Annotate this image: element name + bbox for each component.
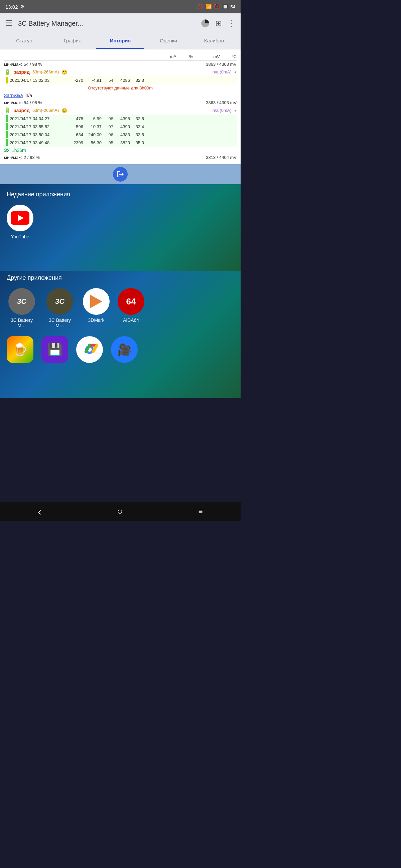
app-item-aida64[interactable]: 64 AIDA64 [118, 288, 144, 328]
section2-minmax: мин/макс 54 / 98 % 3863 / 4303 mV [4, 99, 237, 106]
app-item-youtube[interactable]: YouTube [7, 205, 33, 239]
bar-green-4 [6, 131, 8, 138]
exit-button-container [0, 164, 240, 184]
zu-time: 1h36m [12, 148, 26, 153]
discharge-right-1: n/a (0mA) [212, 69, 232, 74]
val-bat-4: 96 [102, 132, 113, 137]
3cbattery1-label: 3C Battery M… [7, 317, 37, 328]
battery-discharge-icon-2: 🔋 [4, 107, 11, 114]
val-ma-2: 478 [66, 116, 83, 121]
datetime-5: 2021/04/17 03:49:48 [10, 140, 66, 145]
missing-data-notice: Отсутствуют данные для 8h00m [4, 84, 237, 92]
load-value: n/a [26, 93, 32, 98]
exit-app-button[interactable] [113, 167, 127, 182]
app-item-cpu[interactable]: 💾 [41, 336, 68, 366]
tab-history[interactable]: История [96, 33, 144, 49]
signal-icon: 📵 [214, 4, 220, 10]
val-bat-3: 97 [102, 124, 113, 129]
header-mv: mV [193, 54, 220, 59]
val-mv-4: 4383 [113, 132, 130, 137]
menu-icon[interactable]: ☰ [5, 19, 13, 28]
app-title: 3C Battery Manager... [18, 20, 195, 27]
app-bar: ☰ 3C Battery Manager... ⊞ ⋮ [0, 13, 240, 33]
app-item-3dmark[interactable]: 3DMark [83, 288, 110, 328]
val-ma-4: 634 [66, 132, 83, 137]
val-ma-5: 2399 [66, 140, 83, 145]
datetime-2: 2021/04/17 04:04:27 [10, 116, 66, 121]
chrome-svg [81, 341, 98, 358]
val-c-5: 35.0 [130, 140, 144, 145]
zu-row: ЗУ 1h36m [4, 147, 237, 154]
val-c-3: 33.4 [130, 124, 144, 129]
status-bar: 13:02 ⚙ 🚫 📶 📵 🔲 54 [0, 0, 240, 13]
time-display: 13:02 [5, 4, 18, 10]
recent-apps-title: Недавние приложения [7, 191, 234, 198]
other-apps-row-1: 3C 3C Battery M… 3C 3C Battery M… 3DMark… [7, 288, 234, 328]
notifications-icon: 🚫 [197, 4, 203, 10]
val-c-2: 32.6 [130, 116, 144, 121]
other-apps-title: Другие приложения [7, 274, 234, 281]
app-item-camera[interactable]: 🎥 [111, 336, 138, 366]
val-pct-3: 10.37 [83, 124, 102, 129]
beer-icon: 🍺 [7, 336, 33, 363]
recents-button[interactable]: ≡ [199, 507, 203, 516]
discharge-row-1: 🔋 разряд 53m(-266mA) 🙂 n/a (0mA) ● [4, 68, 237, 76]
tab-graph[interactable]: График [48, 33, 96, 49]
minmax-right-3: 3813 / 4404 mV [206, 155, 237, 160]
column-headers: mA % mV °C [4, 53, 237, 61]
val-pct-1: -4.91 [83, 78, 102, 83]
section1-minmax: мин/макс 54 / 98 % 3863 / 4303 mV [4, 61, 237, 68]
data-row-2: 2021/04/17 04:04:27 478 6.99 98 4398 32.… [4, 115, 237, 123]
app-item-3cbattery1[interactable]: 3C 3C Battery M… [7, 288, 37, 328]
bar-green-2 [6, 115, 8, 122]
val-mv-3: 4390 [113, 124, 130, 129]
tab-status[interactable]: Статус [0, 33, 48, 49]
val-mv-2: 4398 [113, 116, 130, 121]
youtube-play-triangle [18, 215, 24, 221]
3dmark-arrow [90, 295, 102, 308]
discharge-label-2: разряд [13, 108, 30, 113]
wifi-icon: 📶 [205, 4, 212, 10]
tabs-container: Статус График История Оценки Калибро… [0, 33, 240, 50]
status-right: 🚫 📶 📵 🔲 54 [197, 4, 235, 10]
youtube-play-button [11, 211, 29, 225]
discharge-row-2: 🔋 разряд 53m(-266mA) 🙂 n/a (0mA) ● [4, 106, 237, 115]
val-pct-4: 240.00 [83, 132, 102, 137]
battery-discharge-icon: 🔋 [4, 69, 11, 75]
val-bat-2: 98 [102, 116, 113, 121]
app-item-3cbattery2[interactable]: 3C 3C Battery M… [45, 288, 75, 328]
pie-chart-icon[interactable] [200, 19, 210, 28]
aida64-label: AIDA64 [123, 317, 139, 323]
bar-green-3 [6, 123, 8, 130]
aida64-icon: 64 [118, 288, 144, 315]
discharge-label-1: разряд [13, 69, 30, 75]
3dmark-label: 3DMark [88, 317, 104, 323]
recent-apps-section: Недавние приложения YouTube [0, 184, 240, 271]
3dmark-icon [83, 288, 110, 315]
battery-level: 54 [231, 4, 235, 9]
recent-apps-row: YouTube [7, 205, 234, 239]
status-left: 13:02 ⚙ [5, 4, 24, 10]
grid-icon[interactable]: ⊞ [215, 19, 222, 28]
val-pct-2: 6.99 [83, 116, 102, 121]
more-options-icon[interactable]: ⋮ [227, 19, 235, 28]
minmax-label-3: мин/макс 2 / 98 % [4, 155, 40, 160]
smiley-icon-1: 🙂 [61, 69, 67, 75]
data-row-1: 2021/04/17 13:02:03 -270 -4.91 54 4286 3… [4, 76, 237, 84]
app-item-chrome[interactable] [76, 336, 103, 366]
home-button[interactable]: ○ [117, 506, 123, 517]
datetime-3: 2021/04/17 03:55:52 [10, 124, 66, 129]
val-mv-5: 3820 [113, 140, 130, 145]
back-button[interactable]: ‹ [38, 505, 41, 518]
val-ma-3: 596 [66, 124, 83, 129]
tab-ratings[interactable]: Оценки [144, 33, 193, 49]
val-pct-5: 56.30 [83, 140, 102, 145]
minmax-right-2: 3863 / 4303 mV [206, 100, 237, 105]
tab-calibration[interactable]: Калибро… [193, 33, 240, 49]
data-row-3: 2021/04/17 03:55:52 596 10.37 97 4390 33… [4, 123, 237, 130]
minmax-right-1: 3863 / 4303 mV [206, 62, 237, 67]
data-row-4: 2021/04/17 03:50:04 634 240.00 96 4383 3… [4, 130, 237, 138]
load-link[interactable]: Загрузка [4, 93, 23, 98]
app-item-beer[interactable]: 🍺 [7, 336, 33, 366]
other-apps-section: Другие приложения 3C 3C Battery M… 3C 3C… [0, 271, 240, 398]
